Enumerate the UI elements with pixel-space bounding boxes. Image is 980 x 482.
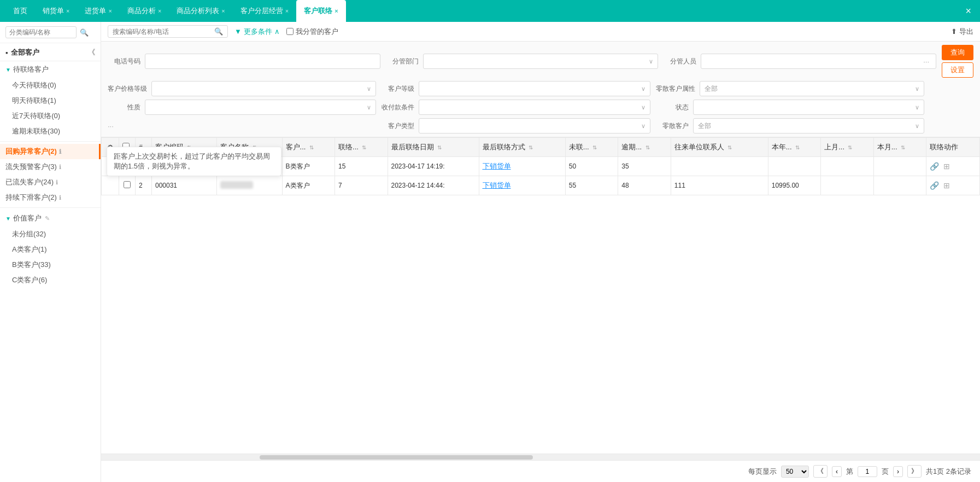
person-select[interactable]: ··· xyxy=(701,54,936,69)
col-contact[interactable]: 联络... ⇅ xyxy=(335,138,388,157)
first-page-btn[interactable]: 《 xyxy=(813,465,828,478)
sidebar-item-lost-warning[interactable]: 流失预警客户(3) ℹ xyxy=(0,159,101,175)
last-method-link-0[interactable]: 下销货单 xyxy=(483,162,511,170)
nav-close-customer-tier[interactable]: × xyxy=(285,8,289,14)
col-historical[interactable]: 往来单位联系人 ⇅ xyxy=(671,138,768,157)
retail-attr-label: 零散客户属性 xyxy=(656,84,695,94)
phone-input[interactable] xyxy=(145,54,380,69)
sidebar-item-declining[interactable]: 持续下滑客户(2) ℹ xyxy=(0,190,101,205)
my-customers-check[interactable] xyxy=(286,28,294,35)
col-uncontacted[interactable]: 未联... ⇅ xyxy=(565,138,618,157)
next-page-btn[interactable]: › xyxy=(893,466,903,477)
filter-cell-gender: 性质 ∨ xyxy=(108,100,376,115)
sidebar-search-icon[interactable]: 🔍 xyxy=(80,28,89,37)
sidebar-collapse-icon[interactable]: 《 xyxy=(88,48,95,57)
row-check-1[interactable] xyxy=(119,176,136,195)
dept-select[interactable]: ∨ xyxy=(423,54,659,69)
per-page-select[interactable]: 50 100 200 xyxy=(781,466,809,478)
col-overdue[interactable]: 逾期... ⇅ xyxy=(618,138,671,157)
row-this-month-0 xyxy=(873,157,926,176)
nav-close-product-list[interactable]: × xyxy=(221,8,225,14)
sort-icon-contact: ⇅ xyxy=(362,144,366,150)
table-container: ⚙ # 客户编码 ⇅ 客户名称 ⇅ xyxy=(101,137,980,454)
retail-attr-arrow: ∨ xyxy=(915,85,919,92)
col-this-year[interactable]: 本年... ⇅ xyxy=(768,138,820,157)
person-dots[interactable]: ··· xyxy=(923,57,929,66)
level-arrow: ∨ xyxy=(641,85,645,92)
row-last-method-0[interactable]: 下销货单 xyxy=(479,157,565,176)
nav-product-analysis[interactable]: 商品分析 × xyxy=(120,0,169,22)
search-box[interactable]: 🔍 xyxy=(108,25,228,38)
horizontal-scrollbar[interactable] xyxy=(101,454,980,460)
row-last-method-1[interactable]: 下销货单 xyxy=(479,176,565,195)
page-label: 第 xyxy=(846,467,853,477)
retail-attr-select[interactable]: 全部 ∨ xyxy=(700,81,924,96)
nav-customer-tier[interactable]: 客户分层经营 × xyxy=(233,0,296,22)
row-checkbox-1[interactable] xyxy=(124,181,131,188)
gender-select[interactable]: ∨ xyxy=(145,100,376,115)
sidebar-item-ungrouped[interactable]: 未分组(32) xyxy=(0,227,101,242)
nav-close-sales[interactable]: × xyxy=(66,8,69,14)
settings-button[interactable]: 设置 xyxy=(942,62,973,78)
row4-dots[interactable]: ··· xyxy=(108,122,114,130)
last-method-link-1[interactable]: 下销货单 xyxy=(483,181,511,189)
sidebar-item-class-b[interactable]: B类客户(33) xyxy=(0,257,101,272)
search-input[interactable] xyxy=(113,28,214,36)
sidebar-item-lost[interactable]: 已流失客户(24) ℹ xyxy=(0,175,101,190)
nav-product-analysis-list[interactable]: 商品分析列表 × xyxy=(169,0,232,22)
my-customers-checkbox[interactable]: 我分管的客户 xyxy=(286,27,338,37)
sidebar-item-abnormal[interactable]: 回购异常客户(2) ℹ xyxy=(0,144,101,159)
nav-customer-contact[interactable]: 客户联络 × xyxy=(296,0,345,22)
export-button[interactable]: ⬆ 导出 xyxy=(951,27,973,37)
level-select[interactable]: ∨ xyxy=(419,81,650,96)
nav-close-purchase[interactable]: × xyxy=(108,8,112,14)
sidebar-item-class-a[interactable]: A类客户(1) xyxy=(0,242,101,257)
customer-type-select[interactable]: ∨ xyxy=(419,118,650,133)
nav-sales-order[interactable]: 销货单 × xyxy=(35,0,77,22)
col-this-month[interactable]: 本月... ⇅ xyxy=(873,138,926,157)
last-page-btn[interactable]: 》 xyxy=(907,465,922,478)
page-number-input[interactable] xyxy=(858,466,877,477)
search-icon[interactable]: 🔍 xyxy=(214,27,223,36)
action-link-icon-0[interactable]: 🔗 xyxy=(930,162,939,171)
col-category[interactable]: 客户... ⇅ xyxy=(282,138,335,157)
value-customer-group[interactable]: ▼ 价值客户 ✎ xyxy=(0,210,101,227)
filter-arrow: ∧ xyxy=(274,27,280,36)
all-customers-title[interactable]: ▪ 全部客户 《 xyxy=(0,43,101,61)
value-customer-edit-icon[interactable]: ✎ xyxy=(45,215,50,222)
nav-close-product-analysis[interactable]: × xyxy=(158,8,161,14)
nav-purchase-order[interactable]: 进货单 × xyxy=(77,0,119,22)
sidebar-item-7days[interactable]: 近7天待联络(0) xyxy=(0,108,101,124)
nav-home[interactable]: 首页 xyxy=(5,0,35,22)
col-last-month[interactable]: 上月... ⇅ xyxy=(821,138,873,157)
col-last-date[interactable]: 最后联络日期 ⇅ xyxy=(388,138,479,157)
retail-customer-select[interactable]: 全部 ∨ xyxy=(693,118,924,133)
sidebar-search-input[interactable] xyxy=(5,26,77,38)
action-grid-icon-0[interactable]: ⊞ xyxy=(943,162,950,171)
action-link-icon-1[interactable]: 🔗 xyxy=(930,181,939,190)
more-conditions-btn[interactable]: ▼ 更多条件 ∧ xyxy=(234,27,280,37)
sidebar-item-class-c[interactable]: C类客户(6) xyxy=(0,272,101,288)
wait-contact-group[interactable]: ▼ 待联络客户 xyxy=(0,61,101,78)
sort-icon-date: ⇅ xyxy=(437,144,442,150)
row-action-1: 🔗 ⊞ xyxy=(926,176,980,195)
status-select[interactable]: ∨ xyxy=(693,100,924,115)
filter-cell-retail-customer: 零散客户 全部 ∨ xyxy=(656,118,924,133)
query-button[interactable]: 查询 xyxy=(942,45,973,60)
row-last-month-1 xyxy=(821,176,873,195)
sidebar-item-today[interactable]: 今天待联络(0) xyxy=(0,78,101,93)
sidebar-item-tomorrow[interactable]: 明天待联络(1) xyxy=(0,93,101,108)
nav-close-customer-contact[interactable]: × xyxy=(335,8,338,14)
sidebar-item-overdue[interactable]: 逾期未联络(30) xyxy=(0,124,101,139)
prev-page-btn[interactable]: ‹ xyxy=(832,466,842,477)
price-level-select[interactable]: ∨ xyxy=(151,81,376,96)
sort-icon-historical: ⇅ xyxy=(727,144,732,150)
row-uncontacted-1: 55 xyxy=(565,176,618,195)
scrollbar-thumb[interactable] xyxy=(260,455,533,460)
col-last-method[interactable]: 最后联络方式 ⇅ xyxy=(479,138,565,157)
app-close-button[interactable]: × xyxy=(965,5,971,17)
filter-cell-dots: ··· xyxy=(108,122,376,130)
action-grid-icon-1[interactable]: ⊞ xyxy=(943,181,950,190)
pagination-bar: 每页显示 50 100 200 《 ‹ 第 页 › 》 共1页 2条记录 xyxy=(101,460,980,482)
payment-select[interactable]: ∨ xyxy=(419,100,650,115)
